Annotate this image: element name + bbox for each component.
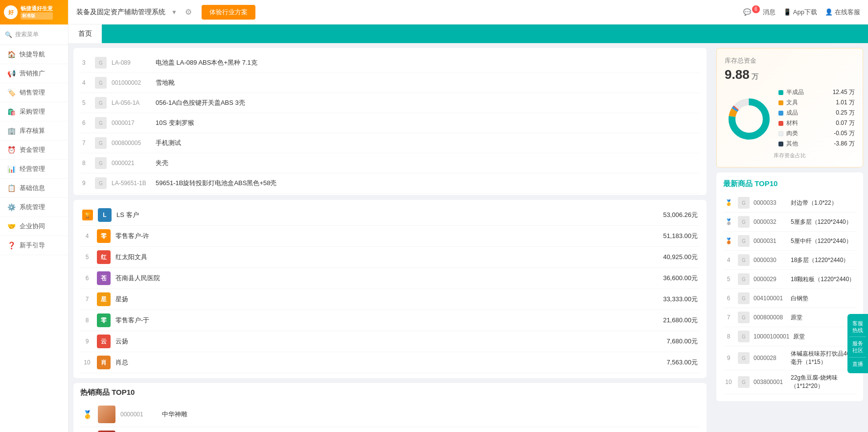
sidebar-item-basic-info[interactable]: 📋 基础信息	[0, 179, 68, 198]
system-name: 装备及固定资产辅助管理系统	[76, 8, 165, 17]
hot-products-title-text: 热销商品 TOP10	[80, 388, 135, 397]
newest-name: 封边带（1.0*22）	[791, 199, 856, 207]
newest-code: 0000033	[754, 199, 787, 206]
legend-label: 文具	[786, 98, 833, 107]
rank-medal-gold: 🥇	[82, 410, 93, 419]
newest-title-text: 最新商品	[723, 179, 753, 188]
customer-amount: 7,680.00元	[666, 337, 698, 346]
customer-amount: 51,183.00元	[663, 232, 698, 240]
search-menu-button[interactable]: 🔍 搜索菜单	[5, 28, 63, 41]
sidebar-item-cooperation[interactable]: 🤝 企业协同	[0, 217, 68, 236]
customer-name: 肖总	[115, 358, 662, 367]
product-img: G	[95, 57, 107, 69]
newest-item: 🥈 G 0000032 5厘多层（1220*2440）	[723, 213, 856, 232]
newest-product-img: G	[738, 352, 750, 364]
sidebar-item-label: 库存核算	[20, 126, 45, 135]
legend-item: 半成品 12.45 万	[778, 88, 855, 96]
customer-avatar: 云	[97, 335, 111, 348]
support-community[interactable]: 服务社区	[851, 338, 864, 356]
product-img: G	[95, 157, 107, 169]
middle-panel: 3 G LA-089 电池盖 LA-089 ABS本色+黑种 7.1克 4 G …	[69, 43, 711, 432]
inventory-legend: 半成品 12.45 万 文具 1.01 万 成品 0.25 万	[778, 88, 855, 150]
right-panel: 库存总资金 9.88万	[711, 43, 868, 432]
product-code: 000800005	[112, 140, 151, 146]
newest-code: 0000032	[754, 218, 787, 225]
basic-info-icon: 📋	[7, 184, 16, 192]
newest-product-img: G	[738, 235, 750, 247]
logo-text: 畅捷通好生意	[21, 5, 53, 12]
tab-home[interactable]: 首页	[69, 24, 102, 43]
legend-item: 材料 0.07 万	[778, 119, 855, 127]
customer-name: 星扬	[115, 295, 658, 304]
ranking-row: 9 云 云扬 7,680.00元	[80, 331, 700, 352]
customer-avatar: 红	[97, 250, 111, 264]
sidebar-logo: 好 畅捷通好生意 标准版	[0, 0, 68, 24]
customer-amount: 33,333.00元	[663, 295, 698, 304]
rank-num: 5	[82, 99, 90, 106]
dropdown-icon[interactable]: ▼	[171, 9, 177, 16]
inventory-amount-display: 9.88万	[725, 67, 855, 82]
inventory-chart-area: 半成品 12.45 万 文具 1.01 万 成品 0.25 万	[725, 88, 855, 150]
rank-num: 8	[723, 333, 734, 340]
sidebar-item-operations[interactable]: 📊 经营管理	[0, 160, 68, 179]
product-list-item: 3 G LA-089 电池盖 LA-089 ABS本色+黑种 7.1克	[80, 53, 700, 73]
legend-color	[778, 131, 783, 136]
rank-num: 5	[723, 276, 734, 283]
sidebar-item-label: 资金管理	[20, 145, 45, 154]
newest-name: 18颗粒板（1220*2440）	[791, 275, 856, 284]
newest-code: 003800001	[754, 379, 787, 385]
product-img: G	[95, 137, 107, 149]
divider	[849, 357, 866, 358]
newest-product-img: G	[738, 197, 750, 209]
legend-item: 成品 0.25 万	[778, 109, 855, 117]
product-code: 0000017	[112, 120, 151, 126]
newest-product-img: G	[738, 376, 750, 388]
sidebar-item-quicknav[interactable]: 🏠 快捷导航	[0, 45, 68, 64]
product-list-section: 3 G LA-089 电池盖 LA-089 ABS本色+黑种 7.1克 4 G …	[73, 48, 707, 195]
newest-name: 22g鱼豆腐-烧烤味（1*12*20）	[791, 374, 856, 390]
app-download-button[interactable]: 📱 App下载	[783, 8, 817, 17]
newest-title-accent: TOP10	[754, 179, 777, 188]
hot-item: 🥇 0000001 中华神雕	[80, 402, 700, 427]
sidebar-item-finance[interactable]: ⏰ 资金管理	[0, 141, 68, 160]
support-hotline[interactable]: 客服热线	[851, 318, 864, 336]
product-name: 夹壳	[156, 159, 168, 168]
divider	[849, 336, 866, 337]
support-float-button[interactable]: 客服热线 服务社区 直播	[847, 314, 868, 373]
product-name: 59651-1B旋转投影灯电池盒ABS黑色+58壳	[156, 179, 276, 188]
sidebar-item-marketing[interactable]: 📢 营销推广	[0, 64, 68, 83]
hot-product-img	[98, 406, 115, 423]
sidebar-item-inventory[interactable]: 🏢 库存核算	[0, 121, 68, 141]
rank-num: 🥉	[723, 238, 734, 244]
settings-icon[interactable]: ⚙	[185, 7, 192, 17]
trial-button[interactable]: 体验行业方案	[202, 5, 255, 20]
sidebar-item-label: 营销推广	[20, 69, 45, 78]
newest-item: 8 G 10000100001 原堂	[723, 327, 856, 346]
product-code: 0000021	[112, 160, 151, 167]
newest-code: 10000100001	[754, 333, 789, 340]
newest-item: 🥉 G 0000031 5厘中纤（1220*2440）	[723, 232, 856, 251]
customer-name: 苍南县人民医院	[115, 274, 658, 283]
sidebar-item-guide[interactable]: ❓ 新手引导	[0, 236, 68, 255]
product-name: 056-1A白色按键开关盖ABS 3壳	[156, 98, 245, 107]
sidebar-search-area: 🔍 搜索菜单	[0, 24, 68, 45]
online-service-button[interactable]: 👤 在线客服	[825, 8, 860, 17]
messages-button[interactable]: 💬 6 消息	[743, 8, 776, 17]
ranking-row: 8 零 零售客户-于 21,680.00元	[80, 310, 700, 331]
newest-products-card: 最新商品 TOP10 🥇 G 0000033 封边带（1.0*22） 🥈 G 0…	[716, 172, 863, 401]
sidebar-item-sales[interactable]: 🏷️ 销售管理	[0, 83, 68, 102]
nav-tabs: 首页	[69, 24, 868, 43]
sidebar-item-system[interactable]: ⚙️ 系统管理	[0, 198, 68, 217]
ranking-row: 5 红 红太阳文具 40,925.00元	[80, 247, 700, 268]
online-service-label: 在线客服	[835, 8, 860, 17]
newest-item: 10 G 003800001 22g鱼豆腐-烧烤味（1*12*20）	[723, 370, 856, 394]
product-list-item: 4 G 001000002 雪地靴	[80, 73, 700, 93]
legend-value: 0.25 万	[836, 109, 855, 117]
customer-avatar: 零	[97, 229, 111, 243]
legend-value: -3.86 万	[834, 140, 855, 148]
newest-item: 5 G 0000029 18颗粒板（1220*2440）	[723, 270, 856, 289]
support-live[interactable]: 直播	[851, 359, 864, 369]
product-img: G	[95, 97, 107, 109]
sidebar-item-purchase[interactable]: 🛍️ 采购管理	[0, 102, 68, 121]
newest-name: 原堂	[793, 333, 856, 341]
